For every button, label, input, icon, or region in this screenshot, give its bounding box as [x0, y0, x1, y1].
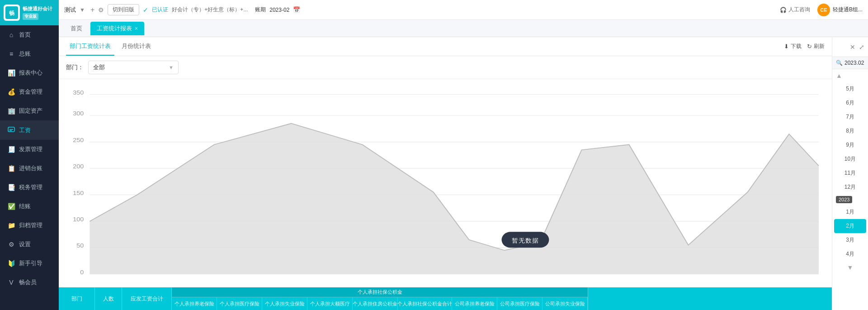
- gear-icon[interactable]: ⚙: [98, 6, 104, 14]
- month-10[interactable]: 10月: [832, 152, 868, 166]
- col-pension-personal: 个人承担养老保险: [172, 297, 217, 310]
- sidebar-item-wizard[interactable]: 🔰 新手引导: [0, 254, 59, 273]
- invoice-icon: 🧾: [7, 146, 15, 153]
- main-content: 测试 ▼ + ⚙ 切到旧版 ✓ 已认证 好会计（专）+好生意（标）+... 账期…: [59, 0, 868, 310]
- year-nav-down: ▼: [832, 261, 868, 274]
- sidebar-item-home[interactable]: ⌂ 首页: [0, 25, 59, 44]
- month-9[interactable]: 9月: [832, 138, 868, 152]
- logo-icon: 畅: [4, 5, 20, 21]
- funds-icon: 💰: [7, 88, 15, 95]
- month-12[interactable]: 12月: [832, 180, 868, 194]
- col-medical-personal: 个人承担医疗保险: [217, 297, 262, 310]
- download-button[interactable]: ⬇ 下载: [784, 43, 802, 50]
- support-button[interactable]: 🎧 人工咨询: [780, 6, 810, 14]
- logo-name: 畅捷通好会计: [23, 5, 52, 12]
- svg-text:350: 350: [73, 89, 84, 95]
- close-icon[interactable]: ✕: [850, 43, 855, 51]
- svg-text:100: 100: [73, 216, 84, 223]
- wizard-icon: 🔰: [7, 260, 15, 267]
- dept-filter-label: 部门：: [66, 63, 84, 72]
- sidebar-label-archive: 归档管理: [19, 221, 42, 229]
- sidebar-item-salary[interactable]: 工资: [0, 120, 59, 140]
- sidebar-item-assets[interactable]: 🏢 固定资产: [0, 101, 59, 120]
- date-search[interactable]: 🔍 2023.02: [832, 57, 868, 69]
- sidebar-item-invoice[interactable]: 🧾 发票管理: [0, 140, 59, 159]
- svg-text:0: 0: [80, 269, 84, 275]
- svg-text:300: 300: [73, 110, 84, 117]
- month-11[interactable]: 11月: [832, 166, 868, 180]
- month-8[interactable]: 8月: [832, 124, 868, 138]
- sidebar-label-settle: 结账: [19, 202, 31, 210]
- sidebar: 畅 畅捷通好会计 专业版 ⌂ 首页 ≡ 总账 📊 报表中心 💰 资金管理 🏢 固…: [0, 0, 59, 310]
- user-menu[interactable]: CE 轻捷通B组...: [817, 4, 863, 16]
- sidebar-item-reports[interactable]: 📊 报表中心: [0, 63, 59, 82]
- sidebar-label-invoice: 发票管理: [19, 145, 42, 153]
- period-value: 2023-02: [269, 7, 289, 13]
- dropdown-icon[interactable]: ▼: [80, 7, 85, 13]
- tab-salary-report-label: 工资统计报表: [97, 24, 132, 33]
- sidebar-item-ledger[interactable]: ≡ 总账: [0, 44, 59, 63]
- chart-svg: 0 50 100 150 200 250 300 350: [66, 86, 825, 287]
- month-4[interactable]: 4月: [832, 247, 868, 261]
- switch-version-button[interactable]: 切到旧版: [108, 4, 139, 15]
- tab-close-icon[interactable]: ×: [135, 25, 138, 32]
- expand-icon[interactable]: ⤢: [859, 43, 864, 51]
- month-6[interactable]: 6月: [832, 96, 868, 110]
- refresh-button[interactable]: ↻ 刷新: [807, 43, 825, 50]
- chart-area: 0 50 100 150 200 250 300 350: [59, 79, 832, 287]
- sidebar-label-funds: 资金管理: [19, 88, 42, 96]
- tax-icon: 📑: [7, 184, 15, 191]
- sidebar-item-purchase[interactable]: 📋 进销台账: [0, 159, 59, 178]
- period-label: 账期: [255, 6, 266, 14]
- sidebar-item-tax[interactable]: 📑 税务管理: [0, 178, 59, 197]
- svg-text:50: 50: [76, 243, 84, 249]
- year-up-icon[interactable]: ▲: [836, 72, 842, 79]
- sidebar-logo: 畅 畅捷通好会计 专业版: [0, 0, 59, 25]
- sub-tab-dept-label: 部门工资统计表: [70, 42, 111, 50]
- download-label: 下载: [791, 43, 802, 50]
- plus-icon[interactable]: +: [90, 6, 94, 14]
- dept-select-arrow: ▼: [169, 65, 174, 70]
- topbar: 测试 ▼ + ⚙ 切到旧版 ✓ 已认证 好会计（专）+好生意（标）+... 账期…: [59, 0, 868, 20]
- sidebar-item-member[interactable]: V 畅会员: [0, 273, 59, 292]
- sidebar-item-funds[interactable]: 💰 资金管理: [0, 82, 59, 101]
- month-1[interactable]: 1月: [832, 205, 868, 219]
- month-7[interactable]: 7月: [832, 110, 868, 124]
- avatar: CE: [817, 4, 830, 16]
- sidebar-item-archive[interactable]: 📁 归档管理: [0, 216, 59, 235]
- dept-select-value: 全部: [93, 63, 105, 72]
- sub-tab-month[interactable]: 月份统计表: [118, 37, 155, 56]
- calendar-icon[interactable]: 📅: [293, 6, 300, 13]
- tabbar: 首页 工资统计报表 ×: [59, 20, 868, 37]
- col-salary-total: 应发工资合计: [122, 287, 172, 310]
- month-5[interactable]: 5月: [832, 82, 868, 96]
- col-count: 人数: [95, 287, 122, 310]
- refresh-label: 刷新: [814, 43, 825, 50]
- sub-tab-actions: ⬇ 下载 ↻ 刷新: [784, 43, 825, 50]
- tab-home[interactable]: 首页: [64, 22, 89, 35]
- col-housing-personal: 个人承担住房公积金: [353, 297, 398, 310]
- sub-tabbar: 部门工资统计表 月份统计表 ⬇ 下载 ↻ 刷新: [59, 37, 832, 56]
- month-2-active[interactable]: 2月: [834, 219, 866, 233]
- sidebar-item-settings[interactable]: ⚙ 设置: [0, 235, 59, 254]
- month-3[interactable]: 3月: [832, 233, 868, 247]
- sidebar-item-settle[interactable]: ✅ 结账: [0, 197, 59, 216]
- chart-area-fill: [90, 124, 818, 274]
- sub-tab-dept[interactable]: 部门工资统计表: [66, 37, 114, 56]
- sidebar-label-settings: 设置: [19, 240, 31, 248]
- reports-icon: 📊: [7, 69, 15, 76]
- settings-icon: ⚙: [7, 241, 15, 248]
- sub-tab-month-label: 月份统计表: [122, 42, 151, 50]
- tab-salary-report[interactable]: 工资统计报表 ×: [90, 22, 144, 35]
- home-icon: ⌂: [7, 31, 15, 38]
- logo-badge: 专业版: [23, 13, 38, 20]
- dept-select[interactable]: 全部 ▼: [88, 61, 179, 74]
- year-down-icon[interactable]: ▼: [847, 264, 854, 271]
- settle-icon: ✅: [7, 203, 15, 210]
- month-list: ▲ 5月 6月 7月 8月 9月 10月 11月 12月 2023 1月 2月 …: [832, 69, 868, 310]
- username: 轻捷通B组...: [833, 6, 863, 14]
- certified-icon: ✓: [143, 6, 148, 14]
- ledger-icon: ≡: [7, 50, 15, 57]
- col-pension-company: 公司承担养老保险: [452, 297, 497, 310]
- content-wrapper: 部门工资统计表 月份统计表 ⬇ 下载 ↻ 刷新: [59, 37, 868, 310]
